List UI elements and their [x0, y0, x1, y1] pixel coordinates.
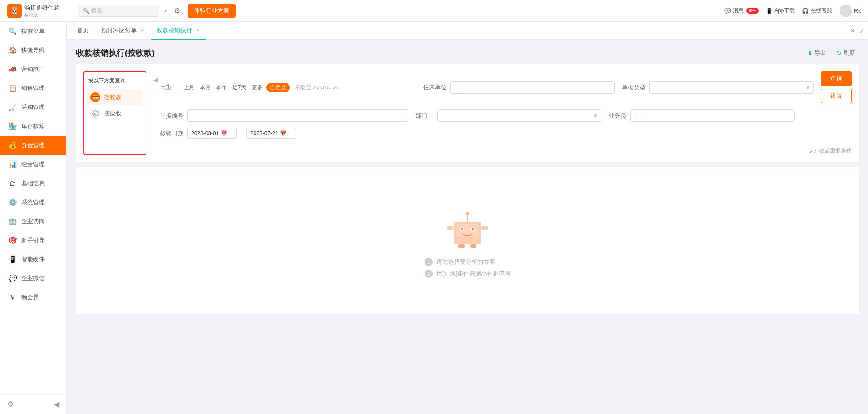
- sidebar-item-member[interactable]: V 畅会员: [0, 288, 66, 307]
- sidebar-item-sales[interactable]: 📋 销售管理: [0, 79, 66, 98]
- date-sublabel: 不限 至 2023-07-26: [295, 84, 338, 91]
- sidebar-item-search[interactable]: 🔍 搜索菜单: [0, 22, 66, 41]
- salesperson-select[interactable]: ···: [630, 109, 795, 122]
- document-type-filter: 单据类型 ▾: [622, 81, 814, 94]
- empty-state: 1 请先选择要分析的方案 2 用[过滤]条件来缩小分析范围: [76, 167, 859, 314]
- top-bar-right: 💬 消息 99+ 📱 App下载 🎧 在线客服 Rit: [724, 5, 861, 17]
- refresh-button[interactable]: ↻ 刷新: [833, 47, 859, 59]
- empty-tip-1: 1 请先选择要分析的方案: [425, 258, 510, 266]
- tab-receivable[interactable]: 收款核销执行 ✕: [151, 22, 206, 40]
- chevron-up-icon: ∧∧: [809, 148, 817, 154]
- tip-number-2: 2: [425, 270, 433, 278]
- avatar: [840, 5, 852, 17]
- date-shortcuts: 上月 本月 本年 近7天 更多 自定义: [182, 83, 290, 92]
- sidebar-item-purchase[interactable]: 🛒 采购管理: [0, 98, 66, 117]
- export-button[interactable]: ⬆ 导出: [804, 47, 830, 59]
- department-filter: 部门 ▾: [415, 109, 602, 122]
- document-number-label: 单据编号: [160, 112, 184, 120]
- setting-button[interactable]: 设置: [821, 89, 852, 103]
- filter-row-1: 日期 上月 本月 本年 近7天 更多 自定义 不限 至 2023-07-26: [160, 71, 852, 103]
- write-off-date-range: 2023-03-01 📅 — 2023-07-21 📅: [187, 128, 296, 139]
- page-actions: ⬆ 导出 ↻ 刷新: [804, 47, 859, 59]
- filter-form: 日期 上月 本月 本年 近7天 更多 自定义 不限 至 2023-07-26: [160, 71, 852, 155]
- sidebar-item-basic[interactable]: 🗂 基础信息: [0, 174, 66, 193]
- sidebar-item-inventory[interactable]: 🏪 库存核算: [0, 117, 66, 136]
- sidebar-item-hardware[interactable]: 📱 智能硬件: [0, 250, 66, 269]
- counterparty-select[interactable]: ···: [450, 81, 615, 94]
- date-shortcut-more[interactable]: 更多: [250, 83, 264, 92]
- collapse-more-button[interactable]: ∧∧ 收起更多条件: [809, 147, 852, 155]
- date-shortcut-this-month[interactable]: 本月: [198, 83, 212, 92]
- filter-sidebar: 按以下方案查询 💳 按收款 ¥ 按应收: [83, 71, 146, 155]
- sidebar-item-marketing[interactable]: 📣 营销推广: [0, 60, 66, 79]
- calendar-icon: 📅: [280, 130, 287, 137]
- tab-prepay[interactable]: 预付冲应付单 ✕: [95, 22, 151, 40]
- collapse-filter-button[interactable]: ◀: [151, 75, 160, 84]
- counterparty-label: 往来单位: [423, 83, 447, 91]
- date-shortcut-this-year[interactable]: 本年: [214, 83, 229, 92]
- date-shortcut-7days[interactable]: 近7天: [231, 83, 248, 92]
- svg-point-9: [466, 212, 469, 215]
- query-button[interactable]: 查询: [821, 71, 852, 86]
- export-icon: ⬆: [807, 50, 812, 57]
- filter-option-by-receivable[interactable]: ¥ 按应收: [88, 105, 142, 122]
- top-bar: 🐰 畅捷通好生意 标准版 🔍 搜索... ▾ ⚙ 体验行业方案 💬 消息 99+…: [0, 0, 868, 22]
- document-type-select[interactable]: ▾: [649, 81, 814, 94]
- basic-icon: 🗂: [9, 180, 17, 187]
- message-icon: 💬: [724, 8, 731, 14]
- tab-close-prepay[interactable]: ✕: [140, 27, 144, 33]
- document-number-filter: 单据编号: [160, 109, 408, 122]
- sales-icon: 📋: [9, 84, 17, 92]
- message-action[interactable]: 💬 消息 99+: [724, 7, 759, 14]
- chevron-down-icon[interactable]: ▾: [165, 8, 167, 13]
- tab-bar: 首页 预付冲应付单 ✕ 收款核销执行 ✕ ✕ ⤢: [67, 22, 868, 40]
- sidebar-item-system[interactable]: ⚙️ 系统管理: [0, 193, 66, 212]
- empty-svg: [440, 204, 495, 249]
- date-filter: 日期 上月 本月 本年 近7天 更多 自定义 不限 至 2023-07-26: [160, 83, 416, 92]
- inventory-icon: 🏪: [9, 122, 17, 130]
- online-service-action[interactable]: 🎧 在线客服: [802, 7, 832, 14]
- gear-icon[interactable]: ⚙: [174, 6, 180, 15]
- sidebar-item-guide[interactable]: 🎯 新手引导: [0, 231, 66, 250]
- sidebar-item-shortcuts[interactable]: 🏠 快捷导航: [0, 41, 66, 60]
- document-number-input[interactable]: [187, 109, 408, 122]
- sidebar-item-enterprise[interactable]: 🏢 企业协同: [0, 212, 66, 231]
- write-off-start-input[interactable]: 2023-03-01 📅: [187, 128, 237, 139]
- user-menu[interactable]: Rit: [840, 5, 861, 17]
- collapse-sidebar-icon[interactable]: ◀: [54, 400, 59, 409]
- filter-row-3: 核销日期 2023-03-01 📅 — 2023-07-21 📅: [160, 128, 852, 139]
- sidebar-item-operations[interactable]: 📊 经营管理: [0, 155, 66, 174]
- filter-option-by-receipt[interactable]: 💳 按收款: [88, 89, 142, 105]
- svg-point-7: [472, 228, 474, 231]
- close-tab-icon[interactable]: ✕: [850, 27, 855, 34]
- chevron-down-icon: ▾: [807, 84, 810, 91]
- date-separator: —: [239, 130, 245, 137]
- write-off-date-label: 核销日期: [160, 129, 184, 138]
- sidebar-item-finance[interactable]: 💰 资金管理: [0, 136, 66, 155]
- app-download-action[interactable]: 📱 App下载: [766, 7, 795, 14]
- industry-button[interactable]: 体验行业方案: [188, 4, 236, 18]
- sidebar-item-wechat[interactable]: 💬 企业微信: [0, 269, 66, 288]
- search-box[interactable]: 🔍 搜索...: [78, 5, 159, 17]
- filter-sidebar-title: 按以下方案查询: [88, 77, 142, 85]
- tab-close-receivable[interactable]: ✕: [196, 27, 200, 33]
- finance-icon: 💰: [9, 141, 17, 149]
- action-buttons: 查询 设置: [821, 71, 852, 103]
- department-select[interactable]: ▾: [437, 109, 602, 122]
- date-shortcut-last-month[interactable]: 上月: [182, 83, 196, 92]
- document-type-label: 单据类型: [622, 83, 646, 91]
- calendar-icon: 📅: [221, 130, 227, 137]
- enterprise-icon: 🏢: [9, 217, 17, 225]
- tab-home[interactable]: 首页: [71, 22, 95, 40]
- search-icon: 🔍: [83, 8, 90, 14]
- content-area: 首页 预付冲应付单 ✕ 收款核销执行 ✕ ✕ ⤢ 收款核销执行(按收款): [67, 22, 868, 414]
- date-shortcut-custom[interactable]: 自定义: [266, 83, 290, 92]
- expand-tab-icon[interactable]: ⤢: [859, 27, 864, 34]
- salesperson-filter: 业务员 ···: [609, 109, 795, 122]
- write-off-date-filter: 核销日期 2023-03-01 📅 — 2023-07-21 📅: [160, 128, 852, 139]
- write-off-end-input[interactable]: 2023-07-21 📅: [246, 128, 296, 139]
- settings-icon[interactable]: ⚙: [7, 400, 14, 409]
- counterparty-filter: 往来单位 ···: [423, 81, 615, 94]
- svg-point-6: [461, 228, 463, 231]
- marketing-icon: 📣: [9, 65, 17, 73]
